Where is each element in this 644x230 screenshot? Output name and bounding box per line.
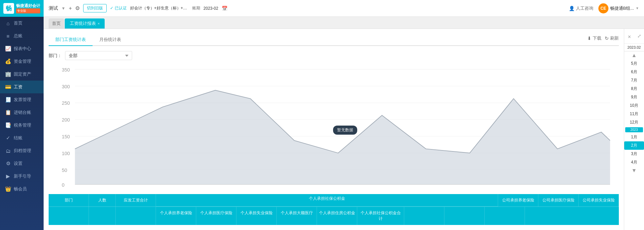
app-logo: 畅 畅捷通好会计 专业版: [0, 0, 44, 17]
download-label: 下载: [593, 35, 601, 41]
sidebar-label-member: 畅会员: [14, 186, 27, 192]
th-personal-total: 个人承担社保公积金合计: [357, 207, 404, 225]
tab-home-label: 首页: [52, 20, 61, 27]
th-personal-unemploy: 个人承担失业保险: [236, 207, 277, 225]
th-group-personal: 个人承担社保公积金: [156, 194, 498, 206]
sidebar-item-archive[interactable]: 🗂 归档管理: [0, 144, 44, 157]
sales-icon: 📋: [5, 109, 11, 116]
panel-month-8[interactable]: 8月: [624, 85, 644, 93]
th-personal-housing: 个人承担住房公积金: [317, 207, 357, 225]
tab-home[interactable]: 首页: [49, 18, 64, 29]
sidebar-label-report: 报表中心: [14, 46, 31, 52]
report-icon: 📈: [5, 46, 11, 52]
th-company-medical2: [444, 207, 485, 225]
sidebar-item-settings[interactable]: ⚙ 设置: [0, 157, 44, 170]
sidebar-item-invoice[interactable]: 🧾 发票管理: [0, 93, 44, 106]
download-button[interactable]: ⬇ 下载: [587, 35, 601, 41]
ai-help-label: 人工咨询: [576, 5, 593, 11]
sidebar-item-fund[interactable]: 💰 资金管理: [0, 55, 44, 68]
switch-version-button[interactable]: 切到旧版: [83, 4, 107, 12]
sidebar-label-invoice: 发票管理: [14, 97, 31, 103]
panel-month-5[interactable]: 5月: [624, 59, 644, 68]
subtab-monthly[interactable]: 月份统计表: [93, 34, 128, 46]
filter-row: 部门： 全部 部门1 部门2: [49, 51, 619, 60]
status-tags: 好会计（专）+好生意（标）+…: [130, 5, 187, 11]
chart-area: 350 300 250 200 150 100 50 0: [49, 65, 619, 191]
refresh-button[interactable]: ↻ 刷新: [605, 35, 619, 41]
subtabs: 部门工资统计表 月份统计表 ⬇ 下载 ↻ 刷新: [49, 34, 619, 46]
panel-month-4[interactable]: 4月: [624, 158, 644, 167]
settings-gear-button[interactable]: ⚙: [75, 5, 80, 11]
panel-month-9[interactable]: 9月: [624, 93, 644, 101]
archive-icon: 🗂: [5, 148, 11, 154]
svg-text:0: 0: [62, 182, 64, 188]
th-count: 人数: [89, 194, 116, 206]
app-name: 畅捷通好会计: [16, 3, 40, 9]
sidebar-item-salary[interactable]: 💳 工资: [0, 81, 44, 93]
sidebar-item-report[interactable]: 📈 报表中心: [0, 42, 44, 55]
panel-month-11[interactable]: 11月: [624, 110, 644, 118]
add-button[interactable]: +: [69, 5, 72, 11]
refresh-icon: ↻: [605, 36, 609, 41]
data-table: 部门 人数 应发工资合计 个人承担社保公积金 公司承担养老保险 公司承担医疗保险…: [49, 194, 619, 225]
calendar-icon[interactable]: 📅: [222, 6, 227, 11]
download-icon: ⬇: [587, 36, 591, 41]
tax-icon: 📑: [5, 122, 11, 128]
salary-icon: 💳: [5, 84, 11, 90]
guide-icon: ▶: [5, 173, 11, 179]
subtab-actions: ⬇ 下载 ↻ 刷新: [587, 34, 619, 45]
main-area: 测试 ▼ + ⚙ 切到旧版 ✓ 已认证 好会计（专）+好生意（标）+… 账期 2…: [44, 0, 644, 230]
sidebar-item-sales[interactable]: 📋 进销台账: [0, 106, 44, 119]
user-avatar: CE: [598, 3, 608, 13]
panel-nav-down-button[interactable]: ▼: [624, 167, 644, 175]
th-company-unemploy2: [485, 207, 525, 225]
ai-help-button[interactable]: 👤 人工咨询: [569, 5, 593, 11]
sidebar-item-guide[interactable]: ▶ 新手引导: [0, 170, 44, 183]
th-dept2: [49, 207, 89, 225]
salary-chart: 350 300 250 200 150 100 50 0: [49, 65, 619, 191]
sidebar-item-checkout[interactable]: ✓ 结账: [0, 132, 44, 144]
sidebar-item-home[interactable]: ⌂ 首页: [0, 17, 44, 30]
sidebar-label-salary: 工资: [14, 84, 22, 90]
panel-month-2[interactable]: 2月: [624, 141, 644, 150]
sidebar-label-asset: 固定资产: [14, 71, 31, 77]
sidebar-label-tax: 税务管理: [14, 122, 31, 128]
th-company-pension2: [404, 207, 444, 225]
tab-close-icon[interactable]: ×: [98, 21, 100, 26]
panel-nav-up-button[interactable]: ▲: [624, 51, 644, 59]
app-badge: 专业版: [16, 8, 40, 13]
panel-month-3[interactable]: 3月: [624, 150, 644, 158]
panel-month-10[interactable]: 10月: [624, 101, 644, 110]
user-menu[interactable]: CE 畅捷通B组... ▼: [598, 3, 639, 13]
right-panel: × ⤢ 2023.02 ▲ 5月 6月 7月 8月 9月 10月 11月 12月…: [624, 29, 644, 230]
year-badge: 2023: [625, 127, 643, 132]
sidebar-item-member[interactable]: 👑 畅会员: [0, 183, 44, 195]
asset-icon: 🏢: [5, 71, 11, 77]
th-personal-pension: 个人承担养老保险: [156, 207, 196, 225]
topbar-right: 👤 人工咨询 CE 畅捷通B组... ▼: [569, 3, 639, 13]
sidebar-item-tax[interactable]: 📑 税务管理: [0, 119, 44, 132]
invoice-icon: 🧾: [5, 97, 11, 103]
tab-salary-report[interactable]: 工资统计报表 ×: [65, 18, 105, 29]
dropdown-arrow[interactable]: ▼: [61, 6, 65, 11]
sidebar-item-asset[interactable]: 🏢 固定资产: [0, 68, 44, 81]
panel-current-date: 2023.02: [624, 44, 644, 51]
dept-filter-select[interactable]: 全部 部门1 部门2: [65, 51, 132, 60]
panel-month-12[interactable]: 12月: [624, 118, 644, 127]
home-icon: ⌂: [5, 20, 11, 26]
panel-month-6[interactable]: 6月: [624, 68, 644, 76]
panel-expand-button[interactable]: ⤢: [635, 32, 644, 42]
member-icon: 👑: [5, 186, 11, 192]
ai-help-icon: 👤: [569, 6, 575, 11]
ledger-icon: ≡: [5, 33, 11, 39]
sidebar-label-home: 首页: [14, 20, 22, 26]
svg-text:350: 350: [62, 67, 70, 73]
subtab-dept[interactable]: 部门工资统计表: [49, 34, 93, 46]
panel-month-7[interactable]: 7月: [624, 76, 644, 85]
filter-label: 部门：: [49, 53, 62, 59]
sidebar-item-ledger[interactable]: ≡ 总账: [0, 30, 44, 42]
th-company-medical: 公司承担医疗保险: [538, 194, 579, 206]
panel-month-1[interactable]: 1月: [624, 133, 644, 141]
topbar: 测试 ▼ + ⚙ 切到旧版 ✓ 已认证 好会计（专）+好生意（标）+… 账期 2…: [44, 0, 644, 17]
panel-close-button[interactable]: ×: [624, 32, 635, 42]
